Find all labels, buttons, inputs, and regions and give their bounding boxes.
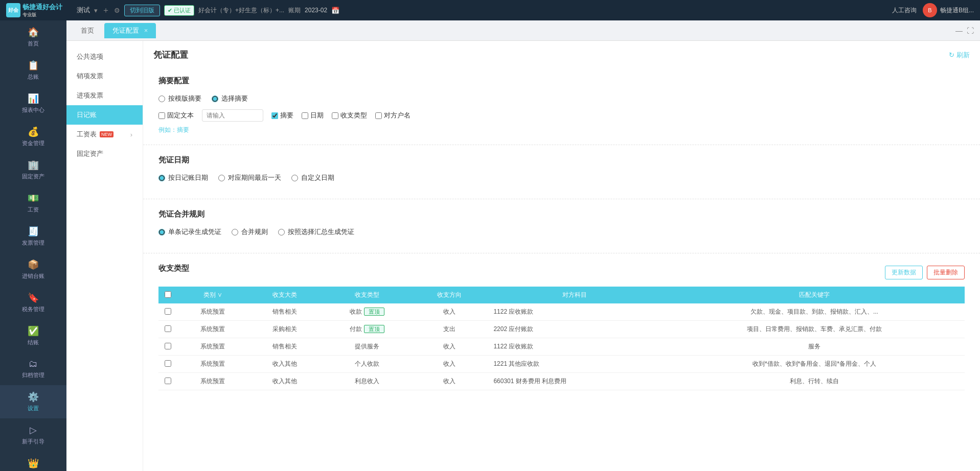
submenu-sales-invoice[interactable]: 销项发票 [66,66,143,86]
sidebar-label-checkout: 结账 [28,339,39,346]
fixed-text-input[interactable] [202,109,263,122]
invoice-icon: 🧾 [28,226,39,237]
tax-icon: 🔖 [28,292,39,303]
radio-custom-date-label[interactable]: 自定义日期 [291,173,334,182]
submenu-fixed-assets[interactable]: 固定资产 [66,144,143,163]
radio-journal-date[interactable] [158,175,165,181]
radio-single[interactable] [158,229,165,236]
summary-checkbox-label[interactable]: 摘要 [271,111,293,120]
sidebar-item-checkout[interactable]: ✅ 结账 [0,319,66,352]
radio-summary[interactable] [278,229,285,236]
td-checkbox-1[interactable] [158,303,177,321]
top-tag-2[interactable]: 置顶 [364,325,384,333]
income-type-checkbox[interactable] [332,112,338,119]
sidebar-item-settings[interactable]: ⚙️ 设置 [0,385,66,418]
submenu-journal[interactable]: 日记账 [66,105,143,125]
new-badge: NEW [100,131,113,137]
radio-journal-date-label[interactable]: 按日记账日期 [158,173,208,182]
td-direction-2: 支出 [414,321,486,338]
refresh-button[interactable]: ↻ 刷新 [949,51,970,60]
select-all-checkbox[interactable] [165,291,171,298]
radio-template-label[interactable]: 按模版摘要 [158,94,201,103]
sidebar-label-salary: 工资 [28,206,39,214]
radio-select-label[interactable]: 选择摘要 [212,94,248,103]
radio-summary-label[interactable]: 按照选择汇总生成凭证 [278,227,354,237]
sidebar-label-funds: 资金管理 [22,139,44,147]
table-row: 系统预置 销售相关 提供服务 收入 1122 应收账款 服务 [158,338,965,356]
row-checkbox-2[interactable] [165,325,171,332]
minimize-button[interactable]: — [955,27,963,35]
sidebar-item-archive[interactable]: 🗂 归档管理 [0,352,66,385]
settings-icon[interactable]: ⚙ [114,7,120,14]
submenu-public[interactable]: 公共选项 [66,47,143,66]
sidebar-item-tax[interactable]: 🔖 税务管理 [0,286,66,319]
checkout-icon: ✅ [28,325,39,337]
checkbox-row: 固定文本 摘要 日期 收支类型 对方户名 [158,109,965,122]
date-checkbox-label[interactable]: 日期 [302,111,324,120]
tab-voucher-config[interactable]: 凭证配置 × [104,23,156,38]
sidebar-item-guide[interactable]: ▷ 新手引导 [0,418,66,452]
certified-tag: ✔ 已认证 [164,5,194,16]
radio-template[interactable] [158,96,165,102]
refresh-icon: ↻ [949,51,954,59]
row-checkbox-4[interactable] [165,360,171,367]
sidebar-item-assets[interactable]: 🏢 固定资产 [0,153,66,186]
row-checkbox-1[interactable] [165,308,171,315]
sidebar-item-member[interactable]: 👑 畅会员 [0,452,66,471]
tab-close-icon[interactable]: × [144,27,148,34]
calendar-icon[interactable]: 📅 [331,7,339,14]
sidebar-item-ledger[interactable]: 📋 总账 [0,54,66,87]
counterparty-checkbox[interactable] [375,112,382,119]
summary-checkbox[interactable] [271,112,278,119]
submenu-purchase-invoice[interactable]: 进项发票 [66,86,143,105]
th-checkbox[interactable] [158,287,177,303]
counterparty-checkbox-label[interactable]: 对方户名 [375,111,411,120]
page-content: 公共选项 销项发票 进项发票 日记账 工资表 NEW › 固定资产 凭证配置 ↻… [66,41,980,471]
sidebar-item-purchase[interactable]: 📦 进销台账 [0,253,66,286]
td-checkbox-2[interactable] [158,321,177,338]
summary-section: 摘要配置 按模版摘要 选择摘要 固定文本 [143,66,980,145]
radio-last-day-label[interactable]: 对应期间最后一天 [218,173,281,182]
fixed-text-checkbox[interactable] [158,112,165,119]
td-category-4: 系统预置 [177,356,249,373]
maximize-button[interactable]: ⛶ [967,27,974,35]
radio-custom-date[interactable] [291,175,298,181]
sidebar-item-report[interactable]: 📊 报表中心 [0,87,66,120]
sidebar-item-invoice[interactable]: 🧾 发票管理 [0,220,66,253]
update-data-button[interactable]: 更新数据 [885,266,923,279]
radio-single-label[interactable]: 单条记录生成凭证 [158,227,221,237]
income-type-checkbox-label[interactable]: 收支类型 [332,111,367,120]
add-icon[interactable]: ＋ [102,5,110,16]
batch-delete-button[interactable]: 批量删除 [927,266,965,279]
td-category-5: 系统预置 [177,373,249,390]
date-checkbox[interactable] [302,112,308,119]
td-checkbox-4[interactable] [158,356,177,373]
td-checkbox-3[interactable] [158,338,177,356]
dropdown-arrow-icon[interactable]: ▾ [94,7,98,14]
submenu-payroll[interactable]: 工资表 NEW › [66,125,143,144]
sidebar-label-report: 报表中心 [22,106,44,114]
switch-version-button[interactable]: 切到旧版 [124,5,160,16]
radio-last-day[interactable] [218,175,225,181]
row-checkbox-5[interactable] [165,378,171,384]
radio-merge-label[interactable]: 合并规则 [232,227,268,237]
sidebar-item-funds[interactable]: 💰 资金管理 [0,120,66,153]
radio-merge[interactable] [232,229,238,236]
top-tag-1[interactable]: 置顶 [364,308,384,316]
purchase-icon: 📦 [28,259,39,270]
fixed-text-checkbox-label[interactable]: 固定文本 [158,111,194,120]
tab-home[interactable]: 首页 [73,23,102,38]
sidebar-item-salary[interactable]: 💵 工资 [0,186,66,220]
user-name: 畅捷通B组... [940,6,974,15]
radio-select[interactable] [212,96,218,102]
td-checkbox-5[interactable] [158,373,177,390]
summary-radio-group: 按模版摘要 选择摘要 [158,94,965,103]
td-direction-5: 收入 [414,373,486,390]
sidebar-label-purchase: 进销台账 [22,272,44,280]
row-checkbox-3[interactable] [165,343,171,349]
td-type-1: 收款 置顶 [321,303,414,321]
submenu-arrow-icon: › [130,131,132,138]
sidebar-label-assets: 固定资产 [22,173,44,180]
consult-button[interactable]: 人工咨询 [892,6,917,15]
sidebar-item-home[interactable]: 🏠 首页 [0,20,66,54]
